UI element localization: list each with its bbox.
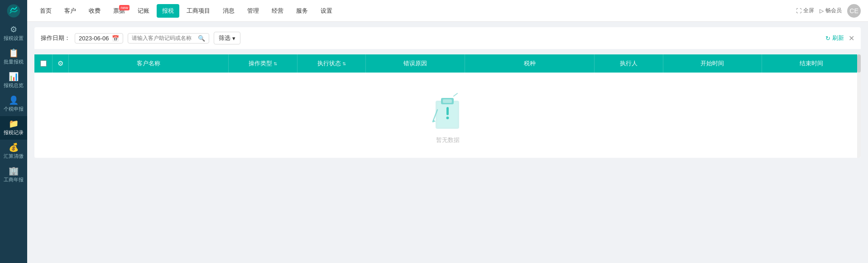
sidebar-item-baoshuishezhi[interactable]: ⚙报税设置 [0,22,27,45]
nav-items: 首页客户收费票据new记账报税工商项目消息管理经营服务设置 [34,4,796,18]
svg-point-6 [446,117,449,119]
sidebar-item-baoshuijilu[interactable]: 📁报税记录 [0,116,27,140]
sort-icon: ⇅ [342,61,346,66]
select-all-checkbox[interactable] [40,60,47,67]
gear-icon[interactable]: ⚙ [58,59,63,68]
nav-item-shouye[interactable]: 首页 [34,4,57,18]
member-label: 畅会员 [825,7,842,15]
col-label: 税种 [524,59,536,68]
nav-right: ⛶ 全屏 ▷ 畅会员 CE [796,4,861,18]
geshuishenbao-icon: 👤 [9,96,19,104]
huisuanqingshui-icon: 💰 [9,143,19,151]
col-label: 开始时间 [700,59,724,68]
gongshangnianbaao-icon: 🏢 [9,167,19,175]
app-logo [0,0,27,22]
date-label: 操作日期： [41,34,70,42]
sidebar-item-huisuanqingshui[interactable]: 💰汇算清缴 [0,140,27,163]
close-button[interactable]: ✕ [849,34,854,43]
col-header-executor: 执行人 [595,54,663,73]
col-header-op_type[interactable]: 操作类型⇅ [229,54,297,73]
scrollbar-thumb[interactable] [857,54,861,73]
baoshuishezhi-icon: ⚙ [10,25,17,34]
sidebar: ⚙报税设置📋批量报税📊报税总览👤个税申报📁报税记录💰汇算清缴🏢工商年报 [0,0,27,263]
nav-item-piaoju[interactable]: 票据new [108,4,130,18]
sidebar-item-label: 批量报税 [4,58,24,65]
nav-item-shezhi[interactable]: 设置 [315,4,338,18]
sidebar-item-geshuishenbao[interactable]: 👤个税申报 [0,93,27,116]
refresh-icon: ↻ [825,35,830,42]
sidebar-item-label: 汇算清缴 [4,153,24,160]
avatar-text: CE [849,7,858,15]
sidebar-item-label: 报税设置 [4,35,24,42]
nav-item-kehu[interactable]: 客户 [59,4,82,18]
sort-icon: ⇅ [273,61,277,66]
nav-item-jizhang[interactable]: 记账 [132,4,155,18]
col-header-check [34,54,53,73]
toolbar: 操作日期： 2023-06-06 📅 🔍 筛选 ▾ ↻ 刷新 [34,27,861,49]
col-header-exec_status[interactable]: 执行状态⇅ [297,54,366,73]
nav-item-shoufei[interactable]: 收费 [83,4,106,18]
fullscreen-label: 全屏 [803,7,814,15]
col-header-end_time: 结束时间 [762,54,861,73]
sidebar-item-piliangbaoshui[interactable]: 📋批量报税 [0,45,27,69]
baoshuizonglan-icon: 📊 [9,73,19,81]
col-label: 错误原因 [403,59,427,68]
fullscreen-icon: ⛶ [796,8,801,14]
sidebar-item-gongshangnianbaao[interactable]: 🏢工商年报 [0,163,27,187]
filter-button[interactable]: 筛选 ▾ [214,32,240,44]
col-label: 执行状态 [317,59,341,68]
col-header-gear: ⚙ [53,54,69,73]
svg-rect-5 [446,107,449,115]
refresh-button[interactable]: ↻ 刷新 [825,34,844,42]
avatar[interactable]: CE [847,4,861,18]
search-icon: 🔍 [198,35,205,42]
sidebar-item-label: 报税总览 [4,82,24,89]
scrollbar-track[interactable] [857,54,861,158]
svg-line-9 [454,93,457,96]
col-label: 操作类型 [249,59,272,68]
sidebar-item-baoshuizonglan[interactable]: 📊报税总览 [0,69,27,93]
col-header-name: 客户名称 [69,54,229,73]
nav-item-fuwu[interactable]: 服务 [291,4,313,18]
calendar-icon: 📅 [112,35,119,42]
empty-state: 暂无数据 [34,73,861,158]
data-table: ⚙客户名称操作类型⇅执行状态⇅错误原因税种执行人开始时间结束时间 [34,54,861,158]
baoshuijilu-icon: 📁 [9,120,19,128]
nav-item-baoshui[interactable]: 报税 [157,4,179,18]
filter-label: 筛选 [219,34,230,42]
refresh-label: 刷新 [832,34,844,42]
nav-item-gongshangxiangmu[interactable]: 工商项目 [181,4,216,18]
top-navigation: 首页客户收费票据new记账报税工商项目消息管理经营服务设置 ⛶ 全屏 ▷ 畅会员… [27,0,868,22]
sidebar-item-label: 工商年报 [4,176,24,183]
sidebar-item-label: 报税记录 [4,129,24,136]
search-box: 🔍 [128,33,209,44]
col-header-start_time: 开始时间 [663,54,762,73]
page-content: 操作日期： 2023-06-06 📅 🔍 筛选 ▾ ↻ 刷新 [27,22,868,263]
search-input[interactable] [132,35,196,41]
table-header: ⚙客户名称操作类型⇅执行状态⇅错误原因税种执行人开始时间结束时间 [34,54,861,73]
empty-text: 暂无数据 [436,136,460,144]
chevron-down-icon: ▾ [232,35,235,42]
svg-rect-4 [443,99,452,103]
play-icon: ▷ [820,8,824,14]
col-label: 客户名称 [137,59,160,68]
col-header-tax_type: 税种 [465,54,595,73]
date-value: 2023-06-06 [79,35,109,42]
nav-item-guanli[interactable]: 管理 [242,4,264,18]
page-area: 操作日期： 2023-06-06 📅 🔍 筛选 ▾ ↻ 刷新 [27,22,868,263]
col-header-error_reason: 错误原因 [366,54,465,73]
nav-item-jingying[interactable]: 经营 [266,4,289,18]
piliangbaoshui-icon: 📋 [9,49,19,57]
svg-point-0 [7,5,20,18]
date-input[interactable]: 2023-06-06 📅 [75,33,123,44]
sidebar-item-label: 个税申报 [4,106,24,112]
col-label: 结束时间 [800,59,823,68]
empty-icon [427,91,468,132]
member-button[interactable]: ▷ 畅会员 [820,7,842,15]
nav-item-xiaoxi[interactable]: 消息 [217,4,240,18]
fullscreen-button[interactable]: ⛶ 全屏 [796,7,814,15]
badge-new: new [119,5,129,11]
main-content: 首页客户收费票据new记账报税工商项目消息管理经营服务设置 ⛶ 全屏 ▷ 畅会员… [27,0,868,263]
col-label: 执行人 [620,59,638,68]
